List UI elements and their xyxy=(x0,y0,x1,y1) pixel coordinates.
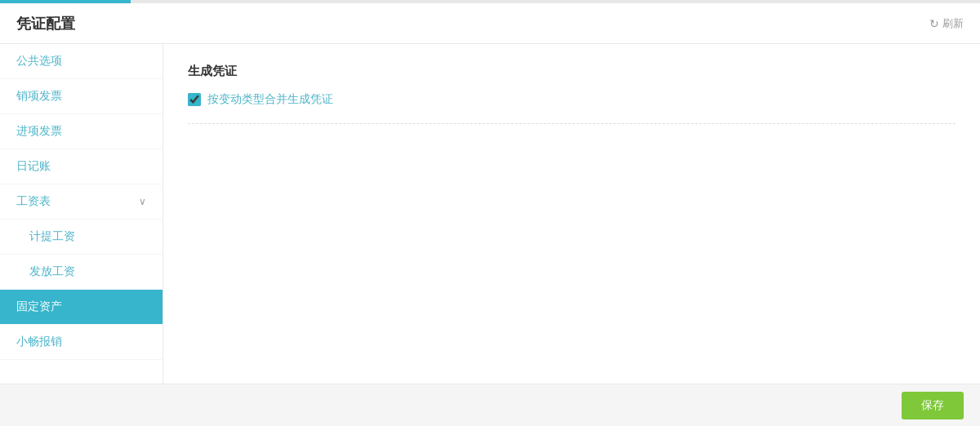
sidebar-item-pay-salary[interactable]: 发放工资 xyxy=(0,255,163,290)
page-footer: 保存 xyxy=(0,384,980,426)
sidebar-item-label: 销项发票 xyxy=(16,89,62,104)
top-tab-active-indicator xyxy=(0,0,131,3)
page-title: 凭证配置 xyxy=(16,14,75,33)
refresh-label: 刷新 xyxy=(942,16,964,31)
sidebar-item-sales-invoice[interactable]: 销项发票 xyxy=(0,79,163,114)
sidebar-item-label: 工资表 xyxy=(16,194,51,209)
sidebar-item-label: 固定资产 xyxy=(16,300,62,314)
content-area: 生成凭证 按变动类型合并生成凭证 xyxy=(163,44,980,384)
sidebar-item-label: 公共选项 xyxy=(16,54,62,69)
sidebar-item-label: 小畅报销 xyxy=(16,335,62,349)
top-tab-bar xyxy=(0,0,980,3)
refresh-icon: ↻ xyxy=(929,17,939,30)
section-title: 生成凭证 xyxy=(188,64,956,79)
sidebar-item-fixed-assets[interactable]: 固定资产 xyxy=(0,290,163,325)
save-button[interactable]: 保存 xyxy=(902,392,964,419)
sidebar-item-label: 日记账 xyxy=(16,159,51,174)
sidebar-item-label: 发放工资 xyxy=(29,264,75,279)
sidebar-item-journal[interactable]: 日记账 xyxy=(0,149,163,184)
sidebar: 公共选项销项发票进项发票日记账工资表∨计提工资发放工资固定资产小畅报销 xyxy=(0,44,163,384)
sidebar-item-purchase-invoice[interactable]: 进项发票 xyxy=(0,114,163,149)
section-divider xyxy=(188,123,956,124)
sidebar-item-calc-salary[interactable]: 计提工资 xyxy=(0,220,163,255)
merge-checkbox-label[interactable]: 按变动类型合并生成凭证 xyxy=(207,92,333,107)
refresh-button[interactable]: ↻ 刷新 xyxy=(929,16,964,31)
sidebar-item-payroll[interactable]: 工资表∨ xyxy=(0,184,163,220)
sidebar-item-label: 进项发票 xyxy=(16,124,62,139)
chevron-down-icon: ∨ xyxy=(139,196,146,207)
checkbox-row: 按变动类型合并生成凭证 xyxy=(188,92,956,107)
merge-checkbox[interactable] xyxy=(188,93,201,106)
page-header: 凭证配置 ↻ 刷新 xyxy=(0,3,980,44)
main-layout: 公共选项销项发票进项发票日记账工资表∨计提工资发放工资固定资产小畅报销 生成凭证… xyxy=(0,44,980,384)
sidebar-item-reimbursement[interactable]: 小畅报销 xyxy=(0,325,163,360)
sidebar-item-label: 计提工资 xyxy=(29,229,75,244)
sidebar-item-public[interactable]: 公共选项 xyxy=(0,44,163,79)
